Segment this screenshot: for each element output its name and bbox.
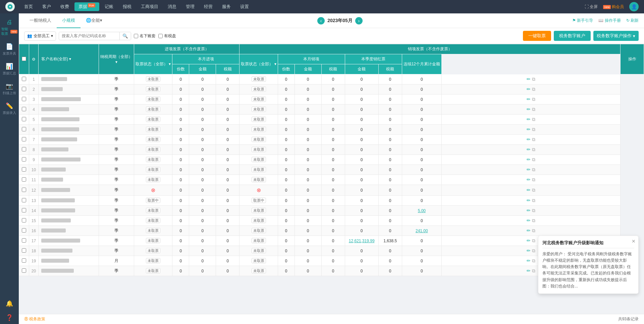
taxpad-checkbox[interactable] <box>158 34 163 38</box>
copy-btn[interactable]: ⧉ <box>532 218 535 223</box>
edit-btn[interactable]: ✏ <box>527 187 531 193</box>
edit-btn[interactable]: ✏ <box>527 218 531 223</box>
select-all-checkbox[interactable] <box>22 57 26 61</box>
sub-tab-general[interactable]: 一般纳税人 <box>24 13 57 28</box>
copy-btn[interactable]: ⧉ <box>532 268 535 273</box>
next-month-btn[interactable]: › <box>355 17 363 24</box>
sidebar-item-bottom1[interactable]: 🔔 <box>0 297 19 310</box>
checkbox-account[interactable]: 名下账套 <box>134 33 156 39</box>
row-checkbox[interactable] <box>19 266 29 276</box>
row-select[interactable] <box>22 167 26 172</box>
edit-btn[interactable]: ✏ <box>527 107 531 112</box>
fullscreen-btn[interactable]: ⛶ 全屏 <box>585 4 598 10</box>
copy-btn[interactable]: ⧉ <box>532 96 535 102</box>
th-settings[interactable]: ⚙ <box>29 44 39 74</box>
edit-btn[interactable]: ✏ <box>527 208 531 213</box>
row-checkbox[interactable] <box>19 125 29 135</box>
copy-btn[interactable]: ⧉ <box>532 248 535 253</box>
row-checkbox[interactable] <box>19 256 29 266</box>
popup-close-btn[interactable]: ✕ <box>632 239 636 244</box>
row-select[interactable] <box>22 188 26 192</box>
row-checkbox[interactable] <box>19 94 29 105</box>
row-checkbox[interactable] <box>19 165 29 175</box>
row-checkbox[interactable] <box>19 226 29 236</box>
copy-btn[interactable]: ⧉ <box>532 187 535 193</box>
nav-message[interactable]: 消息 <box>164 2 180 11</box>
edit-btn[interactable]: ✏ <box>527 167 531 172</box>
row-checkbox[interactable] <box>19 105 29 115</box>
sidebar-item-bottom2[interactable]: ❓ <box>0 311 19 324</box>
copy-btn[interactable]: ⧉ <box>532 147 535 152</box>
copy-btn[interactable]: ⧉ <box>532 86 535 92</box>
copy-btn[interactable]: ⧉ <box>532 157 535 162</box>
account-checkbox[interactable] <box>134 34 138 38</box>
row-checkbox[interactable] <box>19 135 29 145</box>
copy-btn[interactable]: ⧉ <box>532 228 535 233</box>
row-checkbox[interactable] <box>19 155 29 165</box>
row-select[interactable] <box>22 248 26 253</box>
search-input[interactable] <box>59 32 119 40</box>
row-select[interactable] <box>22 268 26 273</box>
nav-service[interactable]: 服务 <box>218 2 235 11</box>
row-checkbox[interactable] <box>19 216 29 226</box>
checkbox-taxpad[interactable]: 有税盘 <box>158 33 176 39</box>
nav-tax[interactable]: 报税 <box>119 2 136 11</box>
nav-accounting[interactable]: 记账 <box>101 2 117 11</box>
refresh-btn[interactable]: ↻ 刷新 <box>626 18 639 23</box>
row-checkbox[interactable] <box>19 196 29 206</box>
row-checkbox[interactable] <box>19 185 29 196</box>
row-select[interactable] <box>22 137 26 141</box>
search-button[interactable]: 🔍 <box>119 32 131 40</box>
copy-btn[interactable]: ⧉ <box>532 238 535 243</box>
nav-fee[interactable]: 收费 <box>56 2 73 11</box>
row-select[interactable] <box>22 208 26 212</box>
edit-btn[interactable]: ✏ <box>527 117 531 122</box>
row-select[interactable] <box>22 97 26 101</box>
period-filter-icon[interactable]: ▾ <box>115 60 117 64</box>
out-status-filter[interactable]: ▾ <box>274 62 276 66</box>
edit-btn[interactable]: ✏ <box>527 228 531 233</box>
edit-btn[interactable]: ✏ <box>527 238 531 243</box>
nav-manage[interactable]: 管理 <box>182 2 199 11</box>
member-btn[interactable]: new 购会员 <box>603 4 624 10</box>
row-select[interactable] <box>22 87 26 91</box>
row-select[interactable] <box>22 157 26 161</box>
new-guide-btn[interactable]: ⚑ 新手引导 <box>572 18 593 23</box>
manual-btn[interactable]: 📖 操作手册 <box>598 18 621 23</box>
sub-tab-small[interactable]: 小规模 <box>57 13 80 28</box>
row-select[interactable] <box>22 107 26 111</box>
th-checkbox[interactable] <box>19 44 29 74</box>
row-select[interactable] <box>22 127 26 131</box>
edit-btn[interactable]: ✏ <box>527 198 531 203</box>
sidebar-item-smart-ticket[interactable]: 🖨 智能取票 new <box>0 16 19 39</box>
row-select[interactable] <box>22 117 26 121</box>
copy-btn[interactable]: ⧉ <box>532 208 535 213</box>
copy-btn[interactable]: ⧉ <box>532 127 535 132</box>
edit-btn[interactable]: ✏ <box>527 96 531 102</box>
row-select[interactable] <box>22 238 26 243</box>
cumulative-value[interactable]: 241.00 <box>416 229 428 233</box>
edit-btn[interactable]: ✏ <box>527 147 531 152</box>
row-checkbox[interactable] <box>19 206 29 216</box>
copy-btn[interactable]: ⧉ <box>532 177 535 182</box>
edit-btn[interactable]: ✏ <box>527 137 531 142</box>
row-checkbox[interactable] <box>19 115 29 125</box>
sidebar-item-invoice[interactable]: 📄 发票开具 <box>0 40 19 59</box>
in-status-filter[interactable]: ▾ <box>169 62 171 66</box>
tax-policy-link[interactable]: ⑧ 税务政策 <box>24 316 45 322</box>
row-checkbox[interactable] <box>19 84 29 94</box>
nav-business[interactable]: 工商项目 <box>137 2 162 11</box>
sub-tab-all[interactable]: 🌐 全能 ▾ <box>80 13 108 28</box>
nav-operation[interactable]: 经营 <box>200 2 217 11</box>
refund-amount[interactable]: 12,621,319.99 <box>349 239 375 243</box>
nav-ticket[interactable]: 票据true <box>74 2 99 11</box>
sidebar-item-entry[interactable]: ✏️ 票据录入 <box>0 100 19 118</box>
copy-btn[interactable]: ⧉ <box>532 107 535 112</box>
tax-ops-btn[interactable]: 税务数字账户操作 ▾ <box>593 31 639 41</box>
user-avatar[interactable]: 👤 <box>629 2 639 11</box>
edit-btn[interactable]: ✏ <box>527 177 531 182</box>
edit-btn[interactable]: ✏ <box>527 127 531 132</box>
quick-ticket-btn[interactable]: 一键取票 <box>523 31 551 41</box>
row-select[interactable] <box>22 258 26 263</box>
prev-month-btn[interactable]: ‹ <box>317 17 325 24</box>
